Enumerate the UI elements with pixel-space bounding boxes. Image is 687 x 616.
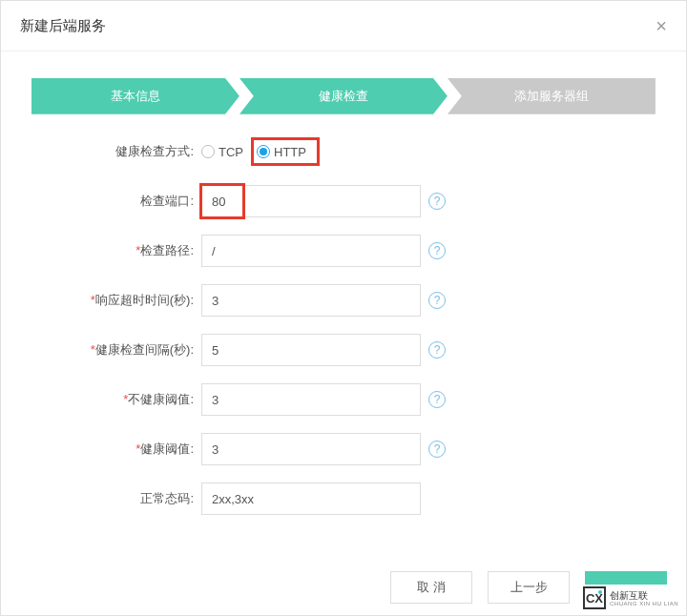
help-icon[interactable]: ? [428,441,446,458]
row-method: 健康检查方式: TCP HTTP [68,143,619,160]
input-wrap: ? [201,235,446,267]
label-method: 健康检查方式: [68,143,201,160]
port-input[interactable] [201,185,421,217]
input-wrap [201,483,421,515]
modal-title: 新建后端服务 [20,17,106,35]
step-label: 基本信息 [111,88,160,105]
step-add-server-group[interactable]: 添加服务器组 [448,78,656,114]
help-icon[interactable]: ? [428,193,446,210]
timeout-input[interactable] [201,284,421,317]
close-icon[interactable]: × [656,16,667,35]
unhealthy-input[interactable] [201,383,421,416]
row-unhealthy: *不健康阈值: ? [68,383,619,416]
help-icon[interactable]: ? [428,292,446,309]
radio-group-method: TCP HTTP [201,145,306,159]
step-label: 添加服务器组 [514,88,589,105]
modal-dialog: 新建后端服务 × 基本信息 健康检查 添加服务器组 健康检查方式: TCP [0,0,687,616]
row-timeout: *响应超时时间(秒): ? [68,284,619,317]
modal-header: 新建后端服务 × [1,1,686,51]
row-healthy: *健康阈值: ? [68,433,619,465]
label-timeout: *响应超时时间(秒): [68,292,201,309]
help-icon[interactable]: ? [428,242,446,259]
input-wrap: ? [201,185,446,217]
form: 健康检查方式: TCP HTTP 检查端口: ? [1,143,686,515]
row-interval: *健康检查间隔(秒): ? [68,334,619,366]
healthy-input[interactable] [201,433,421,465]
input-wrap: ? [201,334,446,366]
watermark-text-wrap: 创新互联 CHUANG XIN HU LIAN [610,590,678,606]
radio-http[interactable]: HTTP [257,145,306,159]
row-port: 检查端口: ? [68,185,619,217]
stepper: 基本信息 健康检查 添加服务器组 [31,78,656,114]
prev-button[interactable]: 上一步 [488,571,570,604]
path-input[interactable] [201,235,421,267]
help-icon[interactable]: ? [428,341,446,359]
help-icon[interactable]: ? [428,391,446,408]
radio-tcp[interactable]: TCP [201,145,243,159]
label-path: *检查路径: [68,242,201,259]
row-status-code: 正常态码: [68,483,619,515]
step-health-check[interactable]: 健康检查 [239,78,448,114]
radio-label: TCP [219,145,243,159]
label-port: 检查端口: [68,193,201,210]
input-wrap: ? [201,284,446,317]
radio-icon [201,145,215,158]
radio-label: HTTP [274,145,306,159]
input-wrap: ? [201,433,446,465]
status-code-input[interactable] [201,483,421,515]
label-interval: *健康检查间隔(秒): [68,341,201,359]
watermark-logo: CX [583,586,606,609]
cancel-button[interactable]: 取 消 [390,571,472,604]
label-status-code: 正常态码: [68,490,201,507]
watermark-brand: 创新互联 [610,590,678,601]
interval-input[interactable] [201,334,421,366]
label-healthy: *健康阈值: [68,441,201,458]
watermark-sub: CHUANG XIN HU LIAN [610,601,678,606]
input-wrap: ? [201,383,446,416]
step-basic-info[interactable]: 基本信息 [31,78,239,114]
radio-icon [257,145,270,158]
watermark: CX 创新互联 CHUANG XIN HU LIAN [579,585,682,611]
label-unhealthy: *不健康阈值: [68,391,201,408]
step-label: 健康检查 [319,88,368,105]
row-path: *检查路径: ? [68,235,619,267]
